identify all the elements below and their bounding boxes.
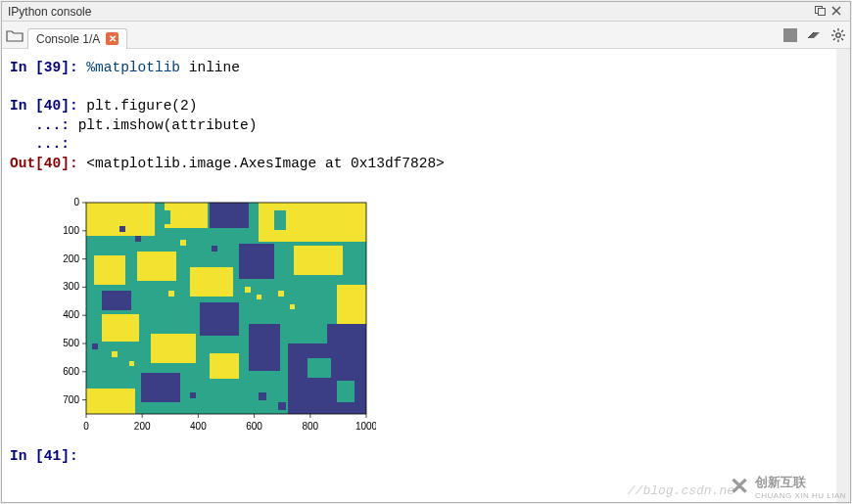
svg-rect-48: [210, 353, 239, 379]
svg-rect-72: [119, 226, 125, 232]
out-prompt-40: Out[40]:: [10, 156, 86, 171]
svg-rect-65: [257, 295, 261, 299]
svg-rect-60: [308, 358, 331, 378]
svg-rect-44: [137, 252, 176, 281]
svg-text:200: 200: [63, 253, 79, 264]
undock-icon[interactable]: [813, 5, 828, 19]
browse-folder-icon[interactable]: [6, 28, 24, 42]
imshow-plot: 020040060080010000100200300400500600700: [43, 197, 376, 439]
svg-rect-73: [135, 236, 141, 242]
svg-rect-61: [337, 381, 355, 402]
svg-rect-53: [239, 244, 274, 279]
close-icon[interactable]: [828, 5, 844, 19]
svg-rect-54: [102, 291, 131, 310]
code-text: inline: [180, 60, 240, 75]
svg-rect-67: [168, 291, 174, 297]
svg-text:0: 0: [73, 197, 79, 207]
panel-titlebar: IPython console: [2, 2, 850, 22]
svg-rect-74: [92, 344, 98, 349]
svg-rect-66: [180, 240, 186, 246]
svg-rect-78: [278, 402, 286, 410]
code-text: plt.figure(2): [86, 98, 197, 114]
svg-rect-77: [259, 392, 266, 400]
svg-text:400: 400: [190, 421, 207, 432]
svg-rect-64: [245, 287, 251, 293]
svg-rect-41: [165, 203, 208, 228]
magic-cmd: %matplotlib: [86, 60, 180, 75]
svg-rect-1: [819, 8, 826, 15]
code-text: plt.imshow(attribute): [78, 117, 258, 133]
svg-text:700: 700: [63, 394, 79, 405]
console-toolbar: Console 1/A ✕: [2, 22, 850, 49]
ipython-console-panel: IPython console Console 1/A ✕ In [39]: %…: [1, 1, 851, 503]
console-tab[interactable]: Console 1/A ✕: [27, 28, 127, 50]
svg-text:0: 0: [83, 421, 89, 432]
svg-rect-49: [294, 246, 343, 275]
tab-close-icon[interactable]: ✕: [106, 32, 118, 45]
svg-rect-62: [161, 210, 170, 224]
svg-rect-76: [212, 246, 217, 252]
svg-rect-63: [274, 210, 286, 230]
in-prompt-40: In [40]:: [10, 98, 86, 114]
svg-text:800: 800: [302, 421, 318, 432]
svg-line-10: [841, 30, 843, 32]
svg-line-7: [833, 30, 835, 32]
svg-rect-70: [278, 291, 284, 297]
svg-text:1000: 1000: [355, 421, 376, 432]
svg-rect-51: [86, 389, 135, 414]
output-repr: <matplotlib.image.AxesImage at 0x13df782…: [86, 156, 444, 171]
svg-rect-45: [190, 267, 233, 297]
svg-rect-69: [129, 361, 134, 366]
svg-rect-50: [337, 285, 366, 324]
console-output-area[interactable]: In [39]: %matplotlib inline In [40]: plt…: [2, 49, 850, 502]
inline-figure: 020040060080010000100200300400500600700: [43, 177, 376, 420]
watermark-url: //blog.csdn.ne: [628, 483, 734, 498]
svg-rect-56: [249, 324, 280, 371]
svg-rect-52: [210, 203, 249, 228]
in-prompt-39: In [39]:: [10, 60, 86, 75]
svg-rect-43: [94, 255, 125, 285]
svg-point-2: [836, 32, 840, 36]
cont-prompt: ...:: [10, 117, 78, 133]
panel-title: IPython console: [8, 5, 91, 19]
svg-rect-68: [112, 351, 118, 357]
svg-rect-58: [141, 373, 180, 402]
svg-rect-71: [290, 304, 295, 309]
svg-rect-75: [190, 392, 196, 398]
cont-prompt: ...:: [10, 136, 78, 152]
svg-text:600: 600: [246, 421, 262, 432]
stop-icon[interactable]: [783, 28, 797, 42]
svg-rect-57: [288, 344, 366, 414]
options-gear-icon[interactable]: [830, 27, 846, 43]
svg-line-9: [833, 38, 835, 40]
svg-text:500: 500: [63, 338, 79, 348]
svg-rect-46: [102, 314, 139, 342]
svg-text:300: 300: [63, 281, 79, 292]
svg-text:400: 400: [63, 309, 79, 320]
svg-line-8: [841, 38, 843, 40]
svg-rect-59: [327, 324, 366, 351]
svg-text:100: 100: [63, 225, 79, 236]
console-content: In [39]: %matplotlib inline In [40]: plt…: [2, 49, 836, 473]
svg-text:200: 200: [134, 421, 151, 432]
svg-rect-47: [151, 334, 196, 363]
clear-icon[interactable]: [805, 28, 823, 42]
console-tab-label: Console 1/A: [36, 32, 100, 46]
svg-text:600: 600: [63, 366, 79, 377]
svg-rect-55: [200, 302, 239, 336]
